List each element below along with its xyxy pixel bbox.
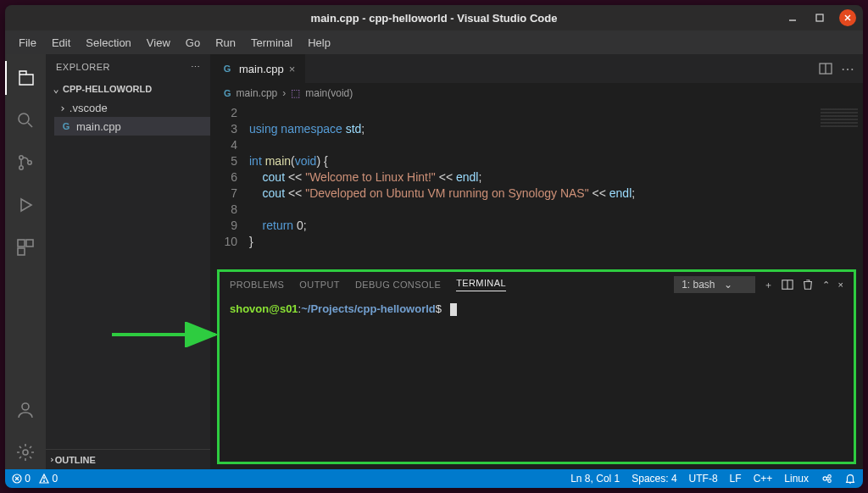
- project-name: CPP-HELLOWORLD: [63, 84, 152, 94]
- sidebar-more-icon[interactable]: ⋯: [191, 62, 201, 73]
- chevron-right-icon: ›: [59, 102, 66, 114]
- svg-rect-12: [18, 248, 25, 255]
- folder-item[interactable]: ›.vscode: [54, 98, 210, 117]
- status-eol[interactable]: LF: [730, 473, 742, 485]
- outline-section[interactable]: › OUTLINE: [46, 449, 210, 469]
- minimize-button[interactable]: [785, 10, 800, 25]
- explorer-icon[interactable]: [5, 61, 46, 95]
- status-warnings[interactable]: 0: [39, 473, 58, 485]
- panel-maximize-icon[interactable]: ⌃: [822, 280, 830, 291]
- source-control-icon[interactable]: [5, 146, 46, 180]
- svg-point-14: [23, 450, 28, 455]
- svg-rect-1: [816, 14, 823, 21]
- breadcrumb-symbol: main(void): [305, 87, 353, 99]
- svg-point-26: [828, 479, 832, 483]
- menu-run[interactable]: Run: [209, 33, 242, 53]
- menu-file[interactable]: File: [12, 33, 43, 53]
- menu-help[interactable]: Help: [301, 33, 337, 53]
- symbol-icon: ⬚: [291, 87, 300, 99]
- cpp-file-icon: G: [59, 121, 73, 131]
- tab-label: main.cpp: [239, 63, 284, 75]
- minimap[interactable]: [812, 103, 863, 266]
- status-os[interactable]: Linux: [784, 473, 809, 485]
- status-encoding[interactable]: UTF-8: [689, 473, 718, 485]
- chevron-down-icon: ⌄: [49, 83, 63, 95]
- cpp-file-icon: G: [220, 64, 234, 74]
- panel-tab-terminal[interactable]: TERMINAL: [456, 278, 506, 291]
- gear-icon[interactable]: [5, 435, 46, 469]
- panel-tab-output[interactable]: OUTPUT: [299, 280, 340, 290]
- svg-rect-10: [18, 240, 25, 246]
- close-button[interactable]: [839, 9, 856, 26]
- svg-point-7: [19, 166, 23, 169]
- panel-tab-debug-console[interactable]: DEBUG CONSOLE: [355, 280, 441, 290]
- breadcrumb-separator: ›: [282, 87, 286, 99]
- split-editor-icon[interactable]: [819, 62, 832, 75]
- sidebar-header: EXPLORER ⋯: [46, 54, 210, 80]
- tab-bar: G main.cpp × ⋯: [210, 54, 863, 83]
- prompt-user: shovon@s01: [230, 302, 298, 315]
- terminal-panel: PROBLEMSOUTPUTDEBUG CONSOLETERMINAL 1: b…: [217, 269, 856, 464]
- terminal-cursor: [450, 303, 457, 316]
- svg-line-5: [28, 123, 32, 127]
- svg-marker-9: [21, 199, 31, 211]
- tab-close-icon[interactable]: ×: [289, 63, 296, 75]
- code-content[interactable]: using namespace std; int main(void) { co…: [249, 103, 812, 266]
- status-errors[interactable]: 0: [12, 473, 31, 485]
- feedback-icon[interactable]: [821, 473, 832, 485]
- kill-terminal-icon[interactable]: [802, 279, 814, 291]
- svg-rect-11: [26, 240, 33, 246]
- prompt-path: ~/Projects/cpp-helloworld: [301, 302, 436, 315]
- status-spaces[interactable]: Spaces: 4: [632, 473, 676, 485]
- activitybar: [5, 54, 46, 469]
- editor-more-icon[interactable]: ⋯: [841, 61, 854, 77]
- file-tree: ›.vscodeGmain.cpp: [46, 98, 210, 136]
- maximize-button[interactable]: [812, 10, 827, 25]
- project-folder[interactable]: ⌄ CPP-HELLOWORLD: [46, 80, 210, 98]
- svg-point-23: [44, 481, 45, 482]
- status-ln-col[interactable]: Ln 8, Col 1: [570, 473, 620, 485]
- panel-tabs: PROBLEMSOUTPUTDEBUG CONSOLETERMINAL 1: b…: [220, 272, 854, 297]
- panel-close-icon[interactable]: ×: [838, 280, 843, 290]
- svg-line-28: [826, 479, 828, 480]
- svg-point-4: [19, 114, 29, 124]
- vscode-window: main.cpp - cpp-helloworld - Visual Studi…: [5, 5, 863, 488]
- new-terminal-icon[interactable]: ＋: [764, 279, 773, 291]
- panel-tab-problems[interactable]: PROBLEMS: [230, 280, 284, 290]
- terminal-select-label: 1: bash: [682, 279, 715, 291]
- file-item[interactable]: Gmain.cpp: [54, 117, 210, 136]
- search-icon[interactable]: [5, 103, 46, 137]
- split-terminal-icon[interactable]: [782, 279, 793, 291]
- titlebar: main.cpp - cpp-helloworld - Visual Studi…: [5, 5, 863, 30]
- code-editor[interactable]: 2345678910 using namespace std; int main…: [210, 103, 863, 266]
- cpp-file-icon: G: [224, 88, 231, 98]
- terminal-select[interactable]: 1: bash ⌄: [674, 276, 754, 293]
- breadcrumb-file: main.cpp: [236, 87, 278, 99]
- svg-point-8: [28, 161, 31, 164]
- status-language[interactable]: C++: [754, 473, 773, 485]
- notifications-icon[interactable]: [844, 473, 856, 485]
- menu-terminal[interactable]: Terminal: [244, 33, 299, 53]
- sidebar: EXPLORER ⋯ ⌄ CPP-HELLOWORLD ›.vscodeGmai…: [46, 54, 210, 469]
- menu-selection[interactable]: Selection: [79, 33, 137, 53]
- statusbar: 0 0 Ln 8, Col 1 Spaces: 4 UTF-8 LF C++ L…: [5, 469, 863, 488]
- menu-view[interactable]: View: [140, 33, 177, 53]
- svg-point-13: [22, 403, 29, 410]
- prompt-suffix: $: [436, 302, 442, 315]
- svg-point-24: [823, 477, 826, 480]
- menu-go[interactable]: Go: [179, 33, 207, 53]
- tab-main-cpp[interactable]: G main.cpp ×: [210, 54, 306, 83]
- svg-line-27: [826, 477, 828, 478]
- extensions-icon[interactable]: [5, 230, 46, 264]
- editor-area: G main.cpp × ⋯ G main.cpp › ⬚ main(void): [210, 54, 863, 469]
- account-icon[interactable]: [5, 393, 46, 427]
- outline-label: OUTLINE: [55, 455, 96, 465]
- chevron-right-icon: ›: [49, 454, 55, 465]
- breadcrumbs[interactable]: G main.cpp › ⬚ main(void): [210, 83, 863, 103]
- svg-point-25: [828, 475, 832, 479]
- terminal-body[interactable]: shovon@s01:~/Projects/cpp-helloworld$: [220, 297, 854, 462]
- window-title: main.cpp - cpp-helloworld - Visual Studi…: [311, 12, 558, 25]
- svg-point-6: [19, 156, 23, 159]
- run-debug-icon[interactable]: [5, 188, 46, 222]
- menu-edit[interactable]: Edit: [45, 33, 77, 53]
